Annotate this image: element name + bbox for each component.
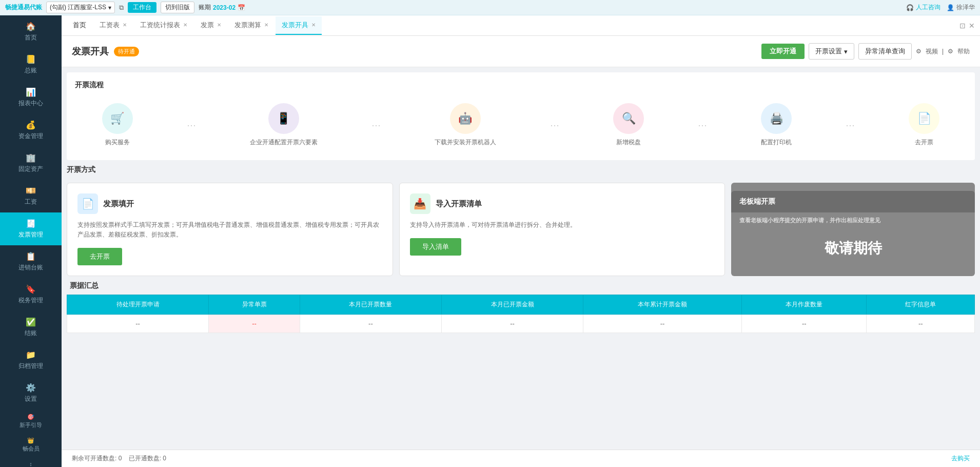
arrow-2: ⋯ — [371, 120, 381, 131]
tab-invoice-calc-label: 发票测算 — [234, 21, 261, 30]
sidebar-item-home[interactable]: 🏠 首页 — [0, 15, 62, 48]
app-logo: 畅捷通易代账 — [5, 3, 42, 12]
sidebar-item-member[interactable]: 👑 畅会员 — [0, 433, 62, 457]
step-taxdisk-icon: 🔍 — [613, 103, 644, 134]
top-bar: 畅捷通易代账 (勾副) 江西服室-LSS ▾ ⧉ 工作台 切到旧版 账期 202… — [0, 0, 980, 15]
sidebar-label-tax: 税务管理 — [18, 296, 43, 305]
sidebar-item-archive[interactable]: 📁 归档管理 — [0, 344, 62, 377]
salary-icon: 💴 — [26, 186, 36, 196]
tab-invoice[interactable]: 发票 ✕ — [194, 16, 227, 35]
tab-salary-label: 工资表 — [100, 21, 120, 30]
window-restore-icon[interactable]: ⊡ — [959, 22, 966, 30]
method-import-desc: 支持导入待开票清单，可对待开票清单进行拆分、合并处理。 — [410, 220, 715, 230]
arrow-3: ⋯ — [550, 120, 559, 131]
sidebar-item-assets[interactable]: 🏢 固定资产 — [0, 147, 62, 180]
sidebar-item-salary[interactable]: 💴 工资 — [0, 180, 62, 212]
calendar-icon[interactable]: 📅 — [238, 4, 245, 11]
process-section: 开票流程 🛒 购买服务 ⋯ 📱 企业开通配置开票六要素 ⋯ 🤖 下载并安装开 — [67, 72, 975, 160]
invoice-method-title: 开票方式 — [67, 165, 975, 174]
step-buy-icon: 🛒 — [102, 103, 133, 134]
company-selector[interactable]: (勾副) 江西服室-LSS ▾ — [46, 2, 115, 13]
process-title: 开票流程 — [75, 81, 967, 90]
footer-remain: 剩余可开通数盘: 0 已开通数盘: 0 — [72, 454, 166, 463]
step-taxdisk: 🔍 新增税盘 — [613, 103, 644, 147]
step-printer: 🖨️ 配置打印机 — [761, 103, 792, 147]
method-fill-header: 📄 发票填开 — [77, 193, 382, 214]
sidebar-item-invoice[interactable]: 🧾 发票管理 — [0, 212, 62, 245]
open-now-button[interactable]: 立即开通 — [761, 44, 805, 59]
sidebar-label-reports: 报表中心 — [18, 99, 43, 108]
step-printer-label: 配置打印机 — [761, 138, 792, 147]
header-actions: 立即开通 开票设置 ▾ 异常清单查询 ⚙ 视频 | ⚙ 帮助 — [761, 43, 970, 60]
settings-label: 开票设置 — [815, 47, 842, 56]
invoice-methods: 📄 发票填开 支持按照发票样式手工填写开发票；可开具增值税电子普通发票、增值税普… — [67, 183, 975, 276]
top-bar-right: 🎧 人工咨询 👤 徐泽华 — [906, 3, 975, 12]
sidebar-item-reports[interactable]: 📊 报表中心 — [0, 81, 62, 114]
sidebar-item-tax[interactable]: 🔖 税务管理 — [0, 278, 62, 311]
step-download-icon: 🤖 — [450, 103, 481, 134]
tab-invoice-close[interactable]: ✕ — [217, 22, 221, 28]
sidebar-item-purchases[interactable]: 📋 进销台账 — [0, 245, 62, 278]
val-year-amount: -- — [583, 315, 742, 333]
tab-invoice-calc[interactable]: 发票测算 ✕ — [228, 16, 275, 35]
tab-salary[interactable]: 工资表 ✕ — [93, 16, 133, 35]
pin-icon: ↕ — [29, 461, 32, 467]
window-controls: ⊡ ✕ — [959, 22, 975, 30]
sidebar-bottom: 🎯 新手引导 👑 畅会员 ↕ ↕取消固定 — [0, 410, 62, 467]
tab-salary-report-label: 工资统计报表 — [140, 21, 180, 30]
switch-old-button[interactable]: 切到旧版 — [161, 2, 194, 13]
tab-invoice-calc-close[interactable]: ✕ — [264, 22, 268, 28]
tab-salary-close[interactable]: ✕ — [123, 22, 127, 28]
sidebar-item-guide[interactable]: 🎯 新手引导 — [0, 410, 62, 433]
summary-table: 待处理开票申请 异常单票 本月已开票数量 本月已开票金额 本年累计开票金额 本月… — [67, 295, 975, 333]
sidebar-label-assets: 固定资产 — [18, 165, 43, 173]
header-right-icons: ⚙ 视频 | ⚙ 帮助 — [916, 47, 970, 56]
abnormal-query-button[interactable]: 异常清单查询 — [858, 43, 912, 60]
col-void-count: 本月作废数量 — [742, 295, 867, 315]
col-abnormal: 异常单票 — [209, 295, 300, 315]
buy-link[interactable]: 去购买 — [951, 454, 970, 463]
arrow-5: ⋯ — [846, 120, 855, 131]
method-import-icon: 📥 — [410, 193, 430, 214]
tab-invoice-issue[interactable]: 发票开具 ✕ — [276, 16, 322, 35]
open-settings-button[interactable]: 开票设置 ▾ — [809, 43, 854, 60]
tab-salary-report[interactable]: 工资统计报表 ✕ — [134, 16, 193, 35]
boss-card-title: 老板端开票 — [731, 191, 975, 212]
import-invoice-button[interactable]: 导入清单 — [410, 238, 461, 256]
archive-icon: 📁 — [26, 350, 36, 360]
sidebar-item-ledger[interactable]: 📒 总账 — [0, 48, 62, 81]
sidebar-label-close: 结账 — [25, 329, 37, 338]
step-config: 📱 企业开通配置开票六要素 — [250, 103, 318, 147]
workbench-button[interactable]: 工作台 — [128, 2, 156, 13]
val-month-count: -- — [300, 315, 441, 333]
window-close-icon[interactable]: ✕ — [969, 22, 975, 30]
page-header: 发票开具 待开通 立即开通 开票设置 ▾ 异常清单查询 ⚙ 视频 | ⚙ — [62, 36, 980, 67]
period-label: 账期 — [199, 3, 211, 12]
col-red-info: 红字信息单 — [867, 295, 975, 315]
period-value: 2023-02 — [213, 4, 236, 11]
sidebar-label-member: 畅会员 — [23, 445, 40, 453]
sidebar-item-settings[interactable]: ⚙️ 设置 — [0, 377, 62, 410]
step-config-icon: 📱 — [268, 103, 299, 134]
dropdown-icon: ▾ — [844, 48, 848, 55]
reports-icon: 📊 — [26, 87, 36, 97]
sidebar-pin-toggle[interactable]: ↕ ↕取消固定 — [0, 457, 62, 467]
copy-icon[interactable]: ⧉ — [119, 4, 124, 12]
view-label: 视频 — [926, 47, 938, 56]
tab-salary-report-close[interactable]: ✕ — [183, 22, 187, 28]
fill-invoice-button[interactable]: 去开票 — [77, 248, 122, 265]
sidebar-item-funds[interactable]: 💰 资金管理 — [0, 114, 62, 147]
step-issue: 📄 去开票 — [909, 103, 939, 147]
sidebar-label-home: 首页 — [25, 33, 37, 42]
step-taxdisk-label: 新增税盘 — [616, 138, 641, 147]
guide-icon: 🎯 — [27, 414, 34, 420]
purchases-icon: 📋 — [26, 251, 36, 261]
tab-home[interactable]: 首页 — [67, 16, 92, 35]
tab-invoice-issue-close[interactable]: ✕ — [311, 22, 316, 28]
col-month-amount: 本月已开票金额 — [442, 295, 583, 315]
tax-icon: 🔖 — [26, 284, 36, 294]
col-year-amount: 本年累计开票金额 — [583, 295, 742, 315]
sidebar-item-close[interactable]: ✅ 结账 — [0, 311, 62, 344]
service-button[interactable]: 🎧 人工咨询 — [906, 3, 940, 12]
user-avatar[interactable]: 👤 徐泽华 — [947, 3, 975, 12]
